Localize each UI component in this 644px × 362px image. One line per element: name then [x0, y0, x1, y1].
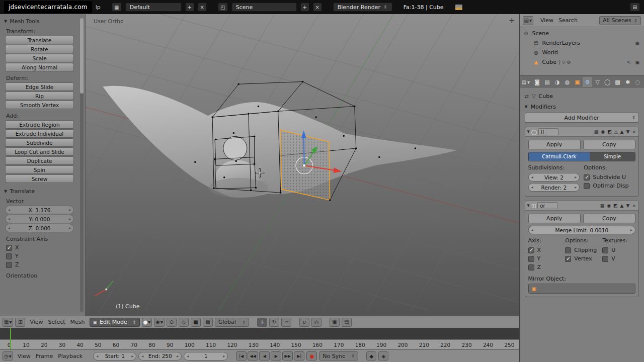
merge-limit-field[interactable]: Merge Limit: 0.0010 [528, 226, 635, 234]
outliner-item-label[interactable]: Cube [542, 59, 556, 65]
viewport-menu[interactable]: View [27, 319, 45, 325]
move-modifier-up-icon[interactable]: ▲ [620, 203, 624, 208]
tab-scene[interactable]: ◑ [552, 77, 562, 87]
mirror-texture-checkbox[interactable] [602, 256, 608, 262]
opengl-render-button[interactable]: ▣ [330, 318, 340, 327]
outliner-row[interactable]: ▤ RenderLayers ▣ [520, 38, 644, 48]
help-menu-fragment[interactable]: lp [96, 4, 101, 11]
delete-modifier-icon[interactable]: × [631, 129, 636, 134]
axis-checkbox[interactable] [6, 253, 12, 259]
tab-modifiers[interactable]: ⚙ [583, 77, 592, 87]
tool-button[interactable]: Extrude Individual [5, 129, 74, 138]
outliner-restrict-icons[interactable]: ▣ [635, 41, 641, 46]
tool-button[interactable]: Smooth Vertex [5, 101, 74, 109]
tool-button[interactable]: Rotate [5, 45, 74, 53]
tool-button[interactable]: Translate [5, 36, 74, 44]
modifier-name-field[interactable]: or [537, 202, 557, 209]
viewport-visibility-icon[interactable]: ◉ [600, 129, 605, 134]
option-checkbox[interactable] [584, 174, 590, 180]
edge-select-mode-button[interactable]: ◇ [179, 318, 189, 327]
mirror-axis-checkbox[interactable] [528, 256, 534, 262]
timeline-ruler[interactable]: 0102030405060708090100110120130140150160… [0, 339, 519, 349]
timeline-menu[interactable]: View [15, 353, 33, 359]
tab-object[interactable]: ▣ [573, 77, 582, 87]
outliner-filter-select[interactable]: All Scenes ⇕ [599, 16, 641, 25]
mesh-object[interactable] [103, 86, 457, 198]
editor-type-button[interactable]: ▤ ▾ [522, 77, 530, 87]
transform-orientation-select[interactable]: Global ⇕ [215, 318, 249, 327]
mirror-object-field[interactable]: ▣ [528, 284, 635, 294]
breadcrumb-object-name[interactable]: Cube [539, 93, 553, 100]
tool-shelf-scrollbar[interactable] [80, 18, 84, 312]
tab-material[interactable]: ◯ [603, 77, 612, 87]
tool-button[interactable]: Rip [5, 92, 74, 100]
viewport-menu[interactable]: Select [46, 319, 68, 325]
axis-checkbox[interactable] [6, 245, 12, 251]
subsurf-modifier-header[interactable]: ▼ ◯ ff ▦ ◉ ◩ △ ▲ ▼ × [525, 127, 638, 137]
vector-component-field[interactable]: Z: 0.000 [5, 224, 74, 232]
screen-layout-icon[interactable]: ▦ [112, 3, 122, 12]
sync-mode-select[interactable]: No Sync ⇕ [319, 351, 358, 360]
pivot-point-button[interactable]: ◉ ▾ [154, 318, 165, 327]
manipulator-scale-button[interactable]: ▱ [281, 318, 291, 327]
mirror-modifier-header[interactable]: ▼ ◫ or ▦ ◉ ◩ ▲ ▼ × [525, 201, 638, 211]
scrollbar-thumb[interactable] [80, 18, 84, 94]
editor-type-button[interactable]: ◷ ▾ [3, 351, 13, 360]
editor-type-button[interactable]: ▤ ▾ [523, 16, 533, 25]
transport-button[interactable]: ◀◀ [248, 351, 258, 360]
simple-button[interactable]: Simple [590, 152, 635, 161]
translate-panel-header[interactable]: ▼ Translate [4, 188, 85, 195]
manipulator-translate-button[interactable]: + [257, 318, 267, 327]
outliner-row[interactable]: ▲ Cube | ▽ ⚙ ↖ ▣ [520, 57, 644, 67]
mesh-tools-panel-header[interactable]: ▼ Mesh Tools [4, 18, 85, 25]
option-checkbox[interactable] [584, 183, 590, 189]
timeline-track-area[interactable]: 0102030405060708090100110120130140150160… [0, 328, 519, 349]
subdivision-field[interactable]: View: 2 [528, 173, 580, 182]
mirror-axis-checkbox[interactable] [528, 264, 534, 270]
move-modifier-down-icon[interactable]: ▼ [626, 203, 630, 208]
outliner-item-label[interactable]: World [542, 49, 558, 56]
delete-modifier-icon[interactable]: × [631, 203, 636, 208]
timeline-menu[interactable]: Frame [33, 353, 55, 359]
outliner-row[interactable]: ◍ World [520, 48, 644, 57]
mode-select[interactable]: ▣ Edit Mode ⇕ [90, 318, 140, 327]
copy-button[interactable]: Copy [583, 214, 635, 223]
editor-type-button[interactable]: ▦ ▾ [3, 318, 13, 327]
delete-layout-button[interactable]: × [198, 3, 207, 12]
tab-object-data[interactable]: ▽ [593, 77, 602, 87]
transport-button[interactable]: ◀ [259, 351, 270, 360]
apply-button[interactable]: Apply [528, 214, 581, 223]
face-select-mode-button[interactable]: ■ [191, 318, 201, 327]
tab-render[interactable]: ◙ [532, 77, 542, 87]
tool-button[interactable]: Extrude Region [5, 120, 74, 129]
tool-button[interactable]: Duplicate [5, 156, 74, 165]
scene-select[interactable]: Scene [231, 3, 297, 12]
apply-button[interactable]: Apply [528, 140, 581, 149]
transport-button[interactable]: ▶| [294, 351, 304, 360]
tab-world[interactable]: ◍ [562, 77, 572, 87]
snap-magnet-button[interactable]: ∪ [299, 318, 309, 327]
vector-component-field[interactable]: Y: 0.000 [5, 215, 74, 223]
tab-particles[interactable]: ✱ [623, 77, 632, 87]
timeline-menu[interactable]: Playback [55, 353, 85, 359]
catmull-clark-button[interactable]: Catmull-Clark [529, 152, 590, 161]
render-engine-select[interactable]: Blender Render ⇕ [333, 3, 392, 12]
add-layout-button[interactable]: + [185, 3, 194, 12]
manipulator-rotate-button[interactable]: ↻ [269, 318, 279, 327]
tool-button[interactable]: Screw [5, 174, 74, 183]
opengl-render-anim-button[interactable]: ▤ [342, 318, 352, 327]
vertex-select-mode-button[interactable]: ⊙ [167, 318, 177, 327]
outliner-menu[interactable]: Search [556, 17, 580, 24]
tab-render-layers[interactable]: ▤ [542, 77, 552, 87]
snap-element-button[interactable]: ◎ [311, 318, 321, 327]
3d-viewport[interactable]: User Ortho + (1) Cube [86, 14, 519, 316]
start-frame-field[interactable]: Start: 1 [93, 352, 136, 360]
move-modifier-down-icon[interactable]: ▼ [626, 129, 630, 134]
move-modifier-up-icon[interactable]: ▲ [620, 129, 624, 134]
auto-keyframe-button[interactable]: ◆ [366, 351, 376, 360]
outliner-item-label[interactable]: RenderLayers [542, 40, 581, 46]
tool-button[interactable]: Subdivide [5, 138, 74, 147]
editmode-visibility-icon[interactable]: ◩ [613, 203, 618, 208]
timeline-canvas[interactable] [0, 328, 519, 339]
subdivision-field[interactable]: Render: 2 [528, 183, 580, 192]
